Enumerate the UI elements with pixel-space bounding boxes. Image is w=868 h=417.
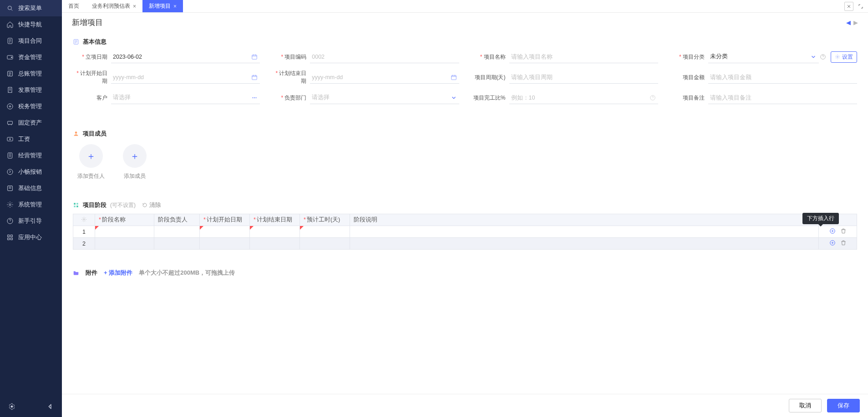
sidebar-item-10[interactable]: 小畅报销 [0,164,62,180]
footer: 取消 保存 [62,394,868,417]
add-owner-label: 添加责任人 [77,172,105,180]
cell-stage-start[interactable] [200,226,250,238]
doc-icon [6,37,14,45]
collapse-sidebar-icon[interactable] [46,403,54,412]
sidebar-item-0[interactable]: 搜索菜单 [0,0,62,16]
form-icon [73,39,79,45]
add-member-label: 添加成员 [124,172,146,180]
chevron-down-icon[interactable] [810,53,817,60]
settings-button[interactable]: 设置 [831,51,857,63]
input-plan-start[interactable] [111,71,260,84]
help-icon[interactable] [649,94,656,101]
calendar-icon[interactable] [251,74,258,81]
prev-record-icon[interactable]: ◀ [846,19,851,26]
page-title: 新增项目 [72,17,103,28]
input-create-date[interactable] [111,50,260,63]
sidebar-item-9[interactable]: 经营管理 [0,147,62,164]
svg-rect-23 [451,75,456,80]
input-code[interactable] [310,50,459,63]
calendar-icon[interactable] [450,74,457,81]
calendar-icon[interactable] [251,53,258,60]
sidebar-item-7[interactable]: 固定资产 [0,115,62,131]
add-member-button[interactable]: ＋ [123,144,147,168]
panel-basic-info: 基本信息 立项日期 项目编码 [66,32,863,119]
select-customer[interactable]: 请选择 [111,91,260,104]
input-name[interactable] [509,50,658,63]
cell-stage-end[interactable] [250,238,300,250]
sidebar-item-1[interactable]: 快捷导航 [0,16,62,33]
th-stage-end: 计划结束日期 [250,214,300,226]
tab-label: 业务利润预估表 [92,2,130,10]
input-remark[interactable] [708,91,857,104]
info-icon [6,185,14,192]
label-remark: 项目备注 [670,94,708,102]
select-dept[interactable]: 请选择 [310,91,459,104]
settings-icon[interactable] [8,403,15,412]
table-row[interactable]: 1 [73,226,857,238]
attach-hint: 单个大小不超过200MB，可拖拽上传 [139,269,235,277]
sidebar-item-5[interactable]: 发票管理 [0,82,62,98]
more-icon[interactable] [251,94,258,101]
sidebar-item-2[interactable]: 项目合同 [0,33,62,49]
apps-icon [6,234,14,241]
tab-2[interactable]: 新增项目× [142,0,183,12]
close-icon[interactable]: × [133,3,136,10]
insert-row-icon[interactable] [829,240,836,247]
cell-stage-hours[interactable] [300,226,350,238]
input-cycle[interactable] [509,71,658,84]
sidebar-item-label: 项目合同 [18,37,42,45]
svg-point-9 [7,169,13,175]
svg-rect-32 [76,206,78,207]
cancel-button[interactable]: 取消 [789,399,822,412]
cell-stage-name[interactable] [95,226,154,238]
sidebar-item-label: 经营管理 [18,151,42,160]
sidebar-item-8[interactable]: 工资 [0,131,62,147]
cell-stage-start[interactable] [200,238,250,250]
tab-1[interactable]: 业务利润预估表× [86,0,142,12]
sidebar-item-13[interactable]: 新手引导 [0,213,62,229]
clear-stages-button[interactable]: 清除 [142,201,161,209]
cell-stage-desc[interactable] [350,226,819,238]
insert-row-icon[interactable] [829,228,836,236]
table-row[interactable]: 2 [73,238,857,250]
label-complete: 项目完工比% [471,94,509,102]
cell-stage-owner[interactable] [154,238,200,250]
sidebar-item-14[interactable]: 应用中心 [0,229,62,246]
svg-point-25 [254,97,255,98]
delete-row-icon[interactable] [840,228,847,236]
cell-stage-name[interactable] [95,238,154,250]
search-icon [6,5,14,12]
label-amount: 项目金额 [670,74,708,81]
save-button[interactable]: 保存 [827,399,860,412]
sidebar-item-6[interactable]: 税务管理 [0,98,62,115]
sidebar-item-11[interactable]: 基础信息 [0,180,62,196]
input-amount[interactable] [708,71,857,84]
gear-icon[interactable] [81,217,87,224]
input-complete[interactable] [509,91,658,104]
svg-rect-14 [10,235,12,237]
chevron-down-icon[interactable] [450,94,457,101]
svg-rect-30 [76,203,78,205]
close-icon[interactable]: × [173,3,177,10]
svg-point-11 [9,204,11,206]
select-category[interactable]: 未分类 [708,50,819,63]
help-icon[interactable] [819,54,827,60]
next-record-icon[interactable]: ▶ [853,19,858,26]
delete-row-icon[interactable] [840,240,847,247]
input-plan-end[interactable] [310,71,459,84]
cell-stage-owner[interactable] [154,226,200,238]
add-owner-button[interactable]: ＋ [79,144,103,168]
panel-attach: 附件 + 添加附件 单个大小不超过200MB，可拖拽上传 [66,263,863,290]
fullscreen-icon[interactable] [856,2,865,11]
sidebar-item-12[interactable]: 系统管理 [0,196,62,213]
cell-stage-end[interactable] [250,226,300,238]
sidebar-item-3[interactable]: 资金管理 [0,49,62,65]
cell-stage-hours[interactable] [300,238,350,250]
add-attachment-button[interactable]: + 添加附件 [104,269,132,277]
close-tab-icon[interactable] [844,2,853,11]
label-customer: 客户 [73,94,111,102]
sidebar-item-4[interactable]: 总账管理 [0,65,62,82]
cell-stage-desc[interactable] [350,238,819,250]
tab-0[interactable]: 首页 [62,0,86,12]
svg-point-26 [256,97,257,98]
